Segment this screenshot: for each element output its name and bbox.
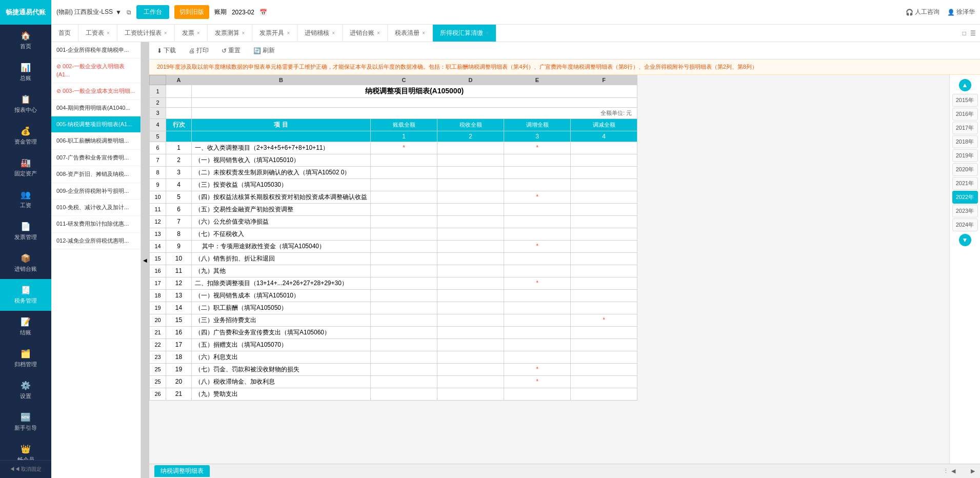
cell-e[interactable] [504, 265, 571, 277]
cell-f[interactable] [571, 265, 637, 277]
doc-item-010[interactable]: 010-免税、减计收入及加计... [51, 200, 141, 216]
tab-salary-report-close[interactable]: × [164, 30, 167, 36]
tab-invoice-calc[interactable]: 发票测算 × [208, 25, 253, 42]
bottom-tab-label[interactable]: 纳税调整明细表 [154, 465, 210, 477]
sidebar-item-home[interactable]: 🏠 首页 [0, 25, 51, 56]
cell-c[interactable]: * [371, 142, 437, 154]
cell-e[interactable] [504, 203, 571, 215]
doc-item-002[interactable]: ⊘ 002-一般企业收入明细表(A1... [51, 58, 141, 83]
cell-item[interactable]: （二）职工薪酬（填写A105050） [192, 302, 371, 314]
year-2018[interactable]: 2018年 [952, 135, 978, 148]
reset-button[interactable]: ↺ 重置 [219, 45, 243, 56]
cell-item[interactable]: 其中：专项用途财政性资金（填写A105040） [192, 240, 371, 252]
cell-d[interactable] [437, 277, 504, 289]
doc-item-005[interactable]: 005-纳税调整项目明细表(A1... [51, 116, 141, 133]
panel-toggle[interactable]: ◀ [141, 42, 149, 478]
cell-c[interactable] [371, 240, 437, 252]
calendar-icon[interactable]: 📅 [259, 9, 267, 16]
cell-e[interactable] [504, 252, 571, 265]
doc-item-009[interactable]: 009-企业所得税附补亏损明... [51, 183, 141, 200]
cell-c[interactable] [371, 338, 437, 351]
cell-e[interactable]: * [504, 363, 571, 375]
cell-item[interactable]: （九）其他 [192, 265, 371, 277]
cell-e[interactable] [504, 338, 571, 351]
cell-f[interactable] [571, 154, 637, 166]
cell-c[interactable] [371, 154, 437, 166]
cell-d[interactable] [437, 388, 504, 400]
doc-item-003[interactable]: ⊘ 003-一般企业成本支出明细... [51, 83, 141, 99]
cell-c[interactable] [371, 302, 437, 314]
cell-d[interactable] [437, 326, 504, 338]
cell-a1[interactable] [166, 85, 192, 97]
old-version-button[interactable]: 切到旧版 [174, 5, 209, 19]
year-2021[interactable]: 2021年 [952, 177, 978, 190]
cell-f[interactable] [571, 215, 637, 228]
cell-b2[interactable] [192, 97, 637, 107]
user-profile[interactable]: 👤 徐泽华 [947, 8, 975, 16]
cell-f[interactable] [571, 363, 637, 375]
cell-e[interactable] [504, 215, 571, 228]
cell-item[interactable]: （三）业务招待费支出 [192, 314, 371, 326]
tab-tax-list[interactable]: 税表清册 × [388, 25, 433, 42]
cell-e[interactable] [504, 289, 571, 302]
tab-invoice-close[interactable]: × [197, 30, 200, 36]
cell-d[interactable] [437, 314, 504, 326]
cell-f[interactable] [571, 240, 637, 252]
tab-invoice-calc-close[interactable]: × [242, 30, 245, 36]
cell-e[interactable] [504, 228, 571, 240]
cell-e[interactable] [504, 178, 571, 191]
tab-purchase-check-close[interactable]: × [332, 30, 335, 36]
year-down-button[interactable]: ▼ [959, 234, 971, 246]
cell-item[interactable]: （一）视同销售收入（填写A105010） [192, 154, 371, 166]
cell-f[interactable] [571, 326, 637, 338]
doc-item-001[interactable]: 001-企业所得税年度纳税申... [51, 42, 141, 58]
cell-c[interactable] [371, 388, 437, 400]
cell-d[interactable] [437, 375, 504, 388]
tab-home[interactable]: 首页 [51, 25, 78, 42]
cell-e[interactable] [504, 326, 571, 338]
tab-invoice[interactable]: 发票 × [175, 25, 208, 42]
tab-expand-icon[interactable]: □ [963, 30, 966, 37]
cell-d[interactable] [437, 240, 504, 252]
doc-item-012[interactable]: 012-减免企业所得税优惠明... [51, 233, 141, 249]
year-up-button[interactable]: ▲ [959, 79, 971, 91]
cell-c[interactable] [371, 351, 437, 363]
cell-e[interactable]: * [504, 142, 571, 154]
cell-d[interactable] [437, 351, 504, 363]
copy-icon[interactable]: ⧉ [127, 9, 131, 16]
cell-item[interactable]: （六）利息支出 [192, 351, 371, 363]
cell-item[interactable]: （八）税收滞纳金、加收利息 [192, 375, 371, 388]
cell-d[interactable] [437, 302, 504, 314]
sidebar-item-guide[interactable]: 🆕 新手引导 [0, 406, 51, 438]
cell-f[interactable] [571, 203, 637, 215]
cell-c[interactable] [371, 265, 437, 277]
scroll-left-icon[interactable]: ◀ [951, 468, 955, 474]
doc-item-004[interactable]: 004-期间费用明细表(A1040... [51, 100, 141, 116]
cell-item[interactable]: 一、收入类调整项目（2+3+4+5+6+7+8+10+11） [192, 142, 371, 154]
cell-f[interactable] [571, 191, 637, 203]
cell-c[interactable] [371, 215, 437, 228]
sidebar-item-close[interactable]: 📝 结账 [0, 311, 51, 343]
sidebar-item-member[interactable]: 👑 畅会员 [0, 438, 51, 460]
cell-a2[interactable] [166, 97, 192, 107]
sidebar-item-assets[interactable]: 🏭 固定资产 [0, 152, 51, 184]
cell-f[interactable] [571, 302, 637, 314]
sidebar-item-invoice[interactable]: 📄 发票管理 [0, 215, 51, 247]
year-2022[interactable]: 2022年 [952, 191, 978, 204]
cell-e[interactable]: * [504, 277, 571, 289]
cell-item[interactable]: （八）销售折扣、折让和退回 [192, 252, 371, 265]
cell-item[interactable]: 二、扣除类调整项目（13+14+...24+26+27+28+29+30） [192, 277, 371, 289]
cell-d[interactable] [437, 289, 504, 302]
cell-f[interactable] [571, 375, 637, 388]
cell-c[interactable] [371, 228, 437, 240]
cell-c[interactable] [371, 375, 437, 388]
cell-item[interactable]: （一）视同销售成本（填写A105010） [192, 289, 371, 302]
cell-f[interactable] [571, 388, 637, 400]
year-2019[interactable]: 2019年 [952, 149, 978, 162]
cell-c[interactable] [371, 203, 437, 215]
tab-menu-icon[interactable]: ☰ [970, 30, 976, 37]
doc-item-006[interactable]: 006-职工薪酬纳税调整明细... [51, 133, 141, 149]
cell-d[interactable] [437, 142, 504, 154]
workbench-button[interactable]: 工作台 [136, 5, 169, 19]
year-2023[interactable]: 2023年 [952, 205, 978, 217]
